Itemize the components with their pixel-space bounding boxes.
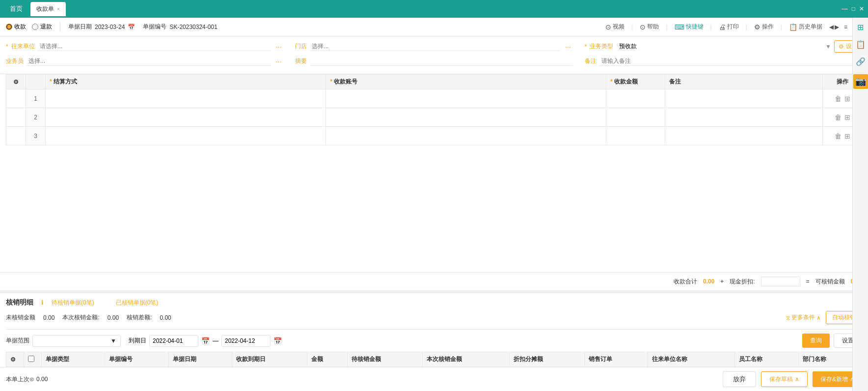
operate-btn[interactable]: ⚙ 操作 [752, 22, 776, 32]
toolbar-divider-1 [60, 22, 60, 32]
view-toggle1-btn[interactable]: ≡ [844, 24, 847, 30]
radio-tuikuan[interactable]: 退款 [32, 23, 52, 31]
calendar-icon[interactable]: 📅 [128, 24, 135, 30]
equals-sign: = [806, 278, 810, 285]
number-value: SK-20230324-001 [169, 24, 217, 30]
verify-col-checkbox[interactable] [24, 352, 42, 367]
form-area: * 往来单位 ··· 门店 ··· * 业务类型 预收款 ▼ ⚙ 设置 [0, 36, 868, 74]
nav-left-btn[interactable]: ◀ [829, 24, 834, 30]
filter-row: 单据范围 ▼ 到期日 📅 — 📅 查询 设置 [6, 329, 862, 352]
row-3-delete-icon[interactable]: 🗑 [835, 132, 841, 140]
salesperson-more-btn[interactable]: ··· [274, 57, 284, 65]
store-more-btn[interactable]: ··· [563, 43, 573, 51]
detail-table-area: ⚙ * 结算方式 * 收款账号 * 收款金额 备注 [0, 74, 868, 272]
remark-field: 备注 [585, 56, 862, 66]
tab-bar: 首页 收款单 × — □ ✕ [0, 0, 868, 18]
print-icon: 🖨 [719, 23, 726, 31]
verify-info-icon[interactable]: ℹ [41, 299, 44, 306]
more-conditions-btn[interactable]: ⧖ 更多条件 ∧ [786, 313, 821, 322]
summary-label: 摘要 [295, 57, 307, 65]
pending-tab[interactable]: 待核销单据(0笔) [52, 299, 94, 307]
query-btn[interactable]: 查询 [802, 334, 830, 348]
row-1-account[interactable] [326, 89, 606, 108]
row-2-remark[interactable] [665, 108, 823, 127]
verify-col-date: 单据日期 [168, 352, 232, 367]
row-1-delete-icon[interactable]: 🗑 [835, 95, 841, 103]
history-icon: 📋 [789, 23, 797, 31]
row-2-settle[interactable] [46, 108, 326, 127]
tab-receipt[interactable]: 收款单 × [30, 2, 66, 16]
row-3-remark[interactable] [665, 127, 823, 145]
date-from-input[interactable] [149, 335, 198, 347]
row-2-copy-icon[interactable]: ⊞ [844, 113, 850, 121]
counterpart-input[interactable] [38, 42, 271, 51]
date-to-icon[interactable]: 📅 [273, 337, 282, 345]
date-field: 单据日期 2023-03-24 📅 [68, 23, 135, 31]
verify-col-settings[interactable]: ⚙ [6, 352, 24, 367]
nav-right-btn[interactable]: ▶ [835, 24, 839, 30]
verify-select-all[interactable] [28, 356, 34, 362]
shortcut-btn[interactable]: ⌨ 快捷键 [673, 22, 705, 32]
row-2-amount[interactable] [606, 108, 665, 127]
date-to-input[interactable] [221, 335, 271, 347]
sidebar-icon-2[interactable]: 📋 [856, 40, 866, 49]
table-row: 3 🗑 ⊞ [6, 127, 862, 145]
done-tab[interactable]: 已核销单据(0笔) [116, 299, 159, 307]
row-1-copy-icon[interactable]: ⊞ [844, 95, 850, 103]
unchecked-value: 0.00 [43, 314, 54, 321]
print-btn[interactable]: 🖨 打印 [717, 22, 741, 32]
sidebar-icon-1[interactable]: ⊞ [857, 23, 864, 32]
bottom-right-buttons: 放弃 保存草稿 ∧ 保存&新增 ∧ [723, 371, 862, 387]
row-3-copy-icon[interactable]: ⊞ [844, 132, 850, 140]
table-settings-header[interactable]: ⚙ [6, 75, 26, 89]
tab-receipt-label: 收款单 [36, 5, 54, 13]
verify-col-employee: 员工名称 [735, 352, 798, 367]
row-3-account[interactable] [326, 127, 606, 145]
total-label: 收款合计 [674, 278, 697, 286]
discard-btn[interactable]: 放弃 [723, 371, 756, 387]
remark-input[interactable] [599, 56, 862, 66]
row-1-remark[interactable] [665, 89, 823, 108]
row-1-num: 1 [26, 89, 46, 108]
salesperson-field: 业务员 ··· [6, 56, 283, 66]
radio-shoukuan[interactable]: 收款 [6, 23, 26, 31]
row-3-settle[interactable] [46, 127, 326, 145]
summary-input[interactable] [310, 56, 572, 66]
minimize-btn[interactable]: — [842, 5, 848, 12]
right-sidebar: ⊞ 📋 🔗 📷 [852, 18, 868, 391]
tab-close-icon[interactable]: × [57, 6, 60, 12]
verify-right: ⧖ 更多条件 ∧ 自动核销 [786, 311, 862, 324]
row-1-settle[interactable] [46, 89, 326, 108]
number-field: 单据编号 SK-20230324-001 [143, 23, 217, 31]
discount-input[interactable] [761, 277, 800, 286]
verify-col-order: 销售订单 [584, 352, 648, 367]
video-btn[interactable]: ⊙ 视频 [603, 22, 626, 32]
counterpart-more-btn[interactable]: ··· [274, 43, 284, 51]
salesperson-input[interactable] [27, 56, 271, 66]
filter-icon: ⧖ [786, 314, 790, 321]
row-3-amount[interactable] [606, 127, 665, 145]
business-type-dropdown-btn[interactable]: ▼ [825, 43, 831, 50]
date-from-icon[interactable]: 📅 [201, 337, 210, 345]
verify-settings-icon: ⚙ [10, 356, 16, 363]
row-2-account[interactable] [326, 108, 606, 127]
receipt-type-radio-group: 收款 退款 [6, 23, 52, 31]
store-input[interactable] [310, 42, 560, 51]
save-draft-btn[interactable]: 保存草稿 ∧ [761, 371, 808, 387]
tab-home[interactable]: 首页 [4, 1, 28, 16]
summary-row: 收款合计 0.00 + 现金折扣: = 可核销金额 0.00 [0, 272, 868, 290]
radio-shoukuan-input[interactable] [6, 24, 12, 30]
detail-table: ⚙ * 结算方式 * 收款账号 * 收款金额 备注 [6, 74, 862, 145]
radio-tuikuan-input[interactable] [32, 24, 38, 30]
sidebar-icon-4[interactable]: 📷 [853, 74, 868, 89]
row-2-delete-icon[interactable]: 🗑 [835, 113, 841, 121]
table-account-header: * 收款账号 [326, 75, 606, 89]
sidebar-icon-3[interactable]: 🔗 [856, 57, 866, 66]
close-btn[interactable]: ✕ [859, 5, 864, 12]
counterpart-label: * [6, 43, 8, 50]
history-btn[interactable]: 📋 历史单据 [787, 22, 824, 32]
maximize-btn[interactable]: □ [852, 5, 855, 12]
row-1-amount[interactable] [606, 89, 665, 108]
help-btn[interactable]: ⊙ 帮助 [638, 22, 661, 32]
range-select[interactable]: ▼ [32, 335, 121, 347]
